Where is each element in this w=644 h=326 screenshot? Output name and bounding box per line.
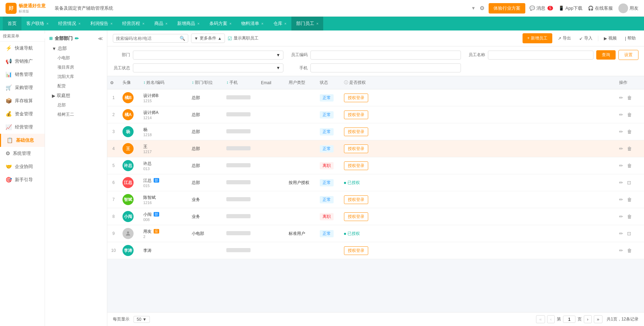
- dept-child-hq[interactable]: 总部: [45, 100, 107, 110]
- close-icon[interactable]: ×: [165, 21, 167, 26]
- close-icon[interactable]: ×: [197, 21, 199, 26]
- dept-collapse-icon[interactable]: ≪: [98, 36, 103, 41]
- sidebar-item-finance[interactable]: 💰 资金管理: [0, 107, 45, 121]
- user-btn[interactable]: 用友: [618, 3, 638, 13]
- edit-btn[interactable]: ✏: [619, 214, 623, 219]
- delete-btn[interactable]: 🗑: [627, 112, 632, 117]
- delete-btn[interactable]: 🗑: [627, 214, 632, 219]
- close-icon[interactable]: ×: [284, 21, 287, 26]
- delete-btn[interactable]: 🗑: [627, 163, 632, 168]
- sidebar-item-guide[interactable]: 🎯 新手引导: [0, 173, 45, 186]
- auth-btn[interactable]: 授权登录: [344, 144, 368, 153]
- edit-btn[interactable]: ✏: [619, 146, 623, 151]
- close-icon[interactable]: ×: [261, 21, 263, 26]
- edit-btn[interactable]: ✏: [619, 129, 623, 134]
- search-wrap[interactable]: 🔍: [113, 34, 188, 43]
- auth-btn[interactable]: 授权登录: [344, 212, 368, 221]
- delete-btn[interactable]: 🗑: [627, 95, 632, 100]
- search-input[interactable]: [116, 36, 178, 41]
- info-icon[interactable]: ⓘ: [344, 80, 348, 85]
- video-btn[interactable]: ▶ 视频: [601, 34, 619, 43]
- delete-btn[interactable]: 🗑: [627, 146, 632, 151]
- sidebar-item-sales[interactable]: 📊 销售管理: [0, 68, 45, 81]
- edit-btn[interactable]: ✏: [619, 197, 623, 202]
- trial-button[interactable]: 体验行业方案: [489, 3, 525, 14]
- dept-node-headquarter[interactable]: ▼ 总部: [45, 44, 107, 53]
- nav-item-goods[interactable]: 商品 ×: [149, 17, 172, 30]
- settings-icon[interactable]: ⚙: [110, 80, 114, 85]
- edit-btn[interactable]: ✏: [619, 248, 623, 253]
- dept-child-shenyang[interactable]: 沈阳大库: [45, 72, 107, 81]
- export-btn[interactable]: ↗ 导出: [555, 34, 574, 43]
- nav-item-new-goods[interactable]: 新增商品 ×: [172, 17, 204, 30]
- close-icon[interactable]: ×: [142, 21, 144, 26]
- help-btn[interactable]: | 帮助: [622, 34, 638, 43]
- edit-btn[interactable]: ✏: [619, 180, 623, 185]
- set-btn[interactable]: 设置: [618, 50, 638, 60]
- nav-item-home[interactable]: 首页: [3, 17, 21, 30]
- edit-btn[interactable]: ✏: [619, 231, 623, 236]
- last-page-btn[interactable]: »: [594, 315, 602, 323]
- sidebar-search[interactable]: 🔍: [0, 30, 45, 42]
- sidebar-item-inventory[interactable]: 📦 库存核算: [0, 94, 45, 107]
- query-btn[interactable]: 查询: [596, 50, 616, 60]
- more-filter-btn[interactable]: ▼ 更多条件 ▲: [191, 34, 225, 43]
- auth-btn[interactable]: 授权登录: [344, 94, 368, 102]
- dept-edit-icon[interactable]: ✏: [75, 36, 79, 41]
- message-btn[interactable]: 💬 消息 5: [529, 5, 553, 11]
- emp-status-select[interactable]: ▼: [133, 63, 283, 72]
- import-btn[interactable]: ↙ 导入: [577, 34, 595, 43]
- nav-item-warehouse[interactable]: 仓库 ×: [269, 17, 291, 30]
- edit-btn[interactable]: ✏: [619, 95, 623, 100]
- show-resigned-toggle[interactable]: ☑ 显示离职员工: [228, 35, 258, 41]
- close-icon[interactable]: ×: [316, 21, 318, 26]
- dept-child-project[interactable]: 项目库房: [45, 63, 107, 72]
- online-service-btn[interactable]: 🎧 在线客服: [588, 5, 613, 11]
- copy-btn[interactable]: ⊡: [627, 231, 631, 236]
- nav-item-profit[interactable]: 利润报告 ×: [85, 17, 117, 30]
- prev-page-btn[interactable]: ‹: [547, 315, 555, 323]
- per-page-select[interactable]: 50 ▼: [134, 316, 150, 323]
- auth-btn[interactable]: 授权登录: [344, 127, 368, 136]
- dept-child-planting[interactable]: 植树王二: [45, 110, 107, 119]
- edit-btn[interactable]: ✏: [619, 163, 623, 168]
- phone-input[interactable]: [310, 63, 461, 72]
- dept-child-distribution[interactable]: 配货: [45, 81, 107, 91]
- auth-btn[interactable]: 授权登录: [344, 111, 368, 119]
- nav-item-barcode[interactable]: 条码方案 ×: [205, 17, 236, 30]
- edit-btn[interactable]: ✏: [619, 112, 623, 117]
- delete-btn[interactable]: 🗑: [627, 129, 632, 134]
- nav-item-customer[interactable]: 客户联络 ×: [21, 17, 53, 30]
- settings-icon[interactable]: ⚙: [480, 5, 484, 11]
- close-icon[interactable]: ×: [46, 21, 48, 26]
- sidebar-item-collab[interactable]: 🤝 企业协同: [0, 160, 45, 173]
- delete-btn[interactable]: 🗑: [627, 248, 632, 253]
- sidebar-item-business[interactable]: 📈 经营管理: [0, 121, 45, 134]
- emp-code-input[interactable]: [310, 51, 461, 60]
- auth-btn[interactable]: 授权登录: [344, 195, 368, 204]
- nav-item-history[interactable]: 经营历程 ×: [117, 17, 149, 30]
- close-icon[interactable]: ×: [229, 21, 232, 26]
- delete-btn[interactable]: 🗑: [627, 197, 632, 202]
- sidebar-item-marketing[interactable]: 📢 营销推广: [0, 55, 45, 68]
- page-input[interactable]: [563, 316, 575, 323]
- first-page-btn[interactable]: «: [536, 315, 545, 323]
- close-icon[interactable]: ×: [78, 21, 80, 26]
- dropdown-icon[interactable]: ▼: [471, 6, 475, 11]
- dept-select[interactable]: ▼: [133, 51, 283, 60]
- auth-btn[interactable]: 授权登录: [344, 161, 368, 170]
- app-download-btn[interactable]: 📱 App下载: [559, 5, 582, 11]
- sidebar-item-purchase[interactable]: 🛒 采购管理: [0, 81, 45, 94]
- close-icon[interactable]: ×: [110, 21, 112, 26]
- dept-node-double[interactable]: ▶ 双庭想: [45, 91, 107, 100]
- add-employee-btn[interactable]: + 新增员工: [523, 33, 552, 43]
- sidebar-item-fast-nav[interactable]: ⚡ 快速导航: [0, 42, 45, 55]
- sidebar-item-system[interactable]: ⚙ 系统管理: [0, 147, 45, 160]
- auth-btn[interactable]: 授权登录: [344, 246, 368, 255]
- next-page-btn[interactable]: ›: [584, 315, 591, 323]
- sidebar-item-basic-info[interactable]: 📋 基础信息: [0, 134, 45, 147]
- dept-child-small-elec[interactable]: 小电部: [45, 53, 107, 63]
- nav-item-bom[interactable]: 物料清单 ×: [236, 17, 268, 30]
- copy-btn[interactable]: ⊡: [627, 180, 631, 185]
- nav-item-dept[interactable]: 部门员工 ×: [291, 17, 323, 30]
